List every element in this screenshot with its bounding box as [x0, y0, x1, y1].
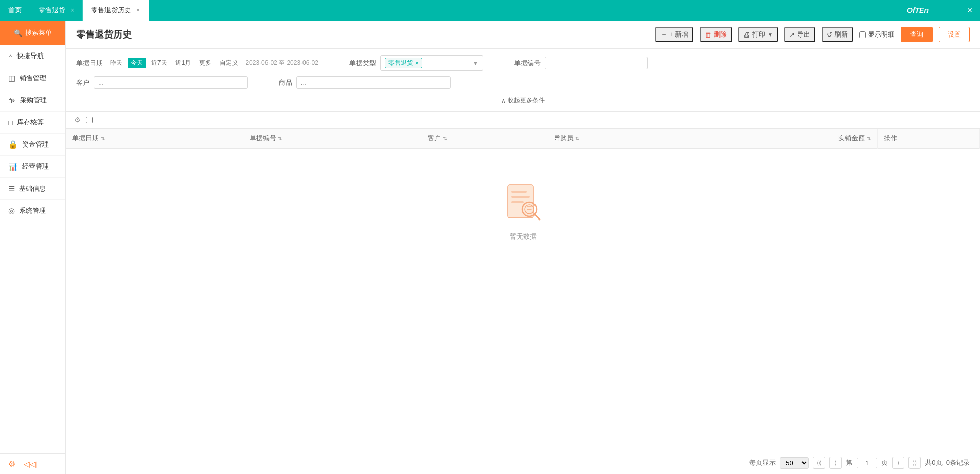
tab-home[interactable]: 首页 [0, 0, 30, 21]
sidebar-search-label: 搜索菜单 [25, 28, 52, 38]
basic-info-icon: ☰ [8, 184, 15, 193]
refresh-label: 刷新 [834, 30, 848, 39]
date-btn-today[interactable]: 今天 [128, 58, 146, 68]
table-select-all-checkbox[interactable] [86, 117, 93, 123]
purchase-icon: 🛍 [8, 96, 16, 105]
col-customer[interactable]: 客户 ⇅ [421, 129, 547, 149]
svg-rect-1 [511, 191, 527, 193]
filter-doctype-select[interactable]: 零售退货 × ▼ [380, 55, 483, 71]
operations-icon: 📊 [8, 162, 18, 171]
sidebar-bottom: ⚙ ◁◁ [0, 453, 65, 474]
sidebar-item-operations[interactable]: 📊 经营管理 [0, 156, 65, 178]
audio-bottom-icon[interactable]: ◁◁ [24, 459, 36, 469]
col-no[interactable]: 单据编号 ⇅ [243, 129, 421, 149]
show-detail-label: 显示明细 [868, 30, 895, 39]
filter-docno-label: 单据编号 [514, 59, 541, 68]
date-btn-1month[interactable]: 近1月 [172, 58, 194, 68]
sidebar-item-sys-mgmt-label: 系统管理 [19, 206, 46, 215]
sidebar-item-purchase-mgmt[interactable]: 🛍 采购管理 [0, 89, 65, 112]
filter-doctype-tag-label: 零售退货 [388, 59, 413, 67]
col-date[interactable]: 单据日期 ⇅ [66, 129, 243, 149]
first-page-button[interactable]: ⟨⟨ [813, 457, 825, 469]
tab-retail-return-history-close[interactable]: × [136, 7, 140, 14]
sidebar-item-quick-nav-label: 快捷导航 [17, 51, 44, 61]
next-page-button[interactable]: ⟩ [892, 457, 904, 469]
sidebar-item-sys-mgmt[interactable]: ◎ 系统管理 [0, 200, 65, 222]
col-amount[interactable]: 实销金额 ⇅ [699, 129, 877, 149]
sales-icon: ◫ [8, 74, 15, 83]
empty-text: 暂无数据 [510, 232, 537, 241]
col-no-sort[interactable]: ⇅ [278, 136, 282, 141]
query-button[interactable]: 查询 [901, 27, 933, 42]
settings-button[interactable]: 设置 [939, 27, 970, 42]
tab-list: 首页 零售退货 × 零售退货历史 × OfTEn [0, 0, 959, 21]
filter-customer-item: 客户 [76, 76, 248, 89]
new-button[interactable]: ＋ + 新增 [655, 27, 693, 42]
delete-icon: 🗑 [705, 31, 711, 39]
tab-retail-return-close[interactable]: × [70, 7, 74, 14]
tab-retail-return-label: 零售退货 [39, 6, 65, 15]
sidebar-item-quick-nav[interactable]: ⌂ 快捷导航 [0, 45, 65, 67]
inventory-icon: □ [8, 118, 13, 127]
sidebar-search[interactable]: 🔍 搜索菜单 [0, 21, 65, 45]
show-detail-checkbox[interactable] [859, 31, 866, 38]
col-amount-label: 实销金额 [838, 134, 865, 142]
col-date-sort[interactable]: ⇅ [101, 136, 105, 141]
export-button[interactable]: ↗ 导出 [784, 27, 815, 42]
prev-page-button[interactable]: ⟨ [829, 457, 842, 469]
date-btn-more[interactable]: 更多 [196, 58, 215, 68]
header-actions: ＋ + 新增 🗑 删除 🖨 打印 ▼ ↗ 导出 ↺ [655, 27, 970, 42]
sidebar-item-finance[interactable]: 🔒 资金管理 [0, 134, 65, 156]
page-size-select[interactable]: 10 20 50 100 [780, 457, 809, 469]
content-area: 零售退货历史 ＋ + 新增 🗑 删除 🖨 打印 ▼ ↗ 导出 [66, 21, 980, 474]
col-guide[interactable]: 导购员 ⇅ [547, 129, 699, 149]
window-close-button[interactable]: × [959, 0, 980, 21]
col-customer-label: 客户 [427, 134, 441, 142]
settings-bottom-icon[interactable]: ⚙ [8, 459, 15, 469]
date-btn-custom[interactable]: 自定义 [217, 58, 241, 68]
filter-collapse-bar[interactable]: ∧ 收起更多条件 [76, 94, 970, 105]
sidebar-item-operations-label: 经营管理 [22, 162, 49, 171]
svg-rect-2 [511, 196, 530, 198]
export-icon: ↗ [789, 31, 795, 39]
tab-retail-return-history-label: 零售退货历史 [91, 6, 131, 15]
home-icon: ⌂ [8, 52, 13, 61]
new-label: + 新增 [669, 30, 688, 39]
date-btn-7days[interactable]: 近7天 [148, 58, 170, 68]
page-suffix: 页 [881, 458, 888, 467]
last-page-button[interactable]: ⟩⟩ [908, 457, 921, 469]
tab-retail-return-history[interactable]: 零售退货历史 × [83, 0, 149, 21]
delete-button[interactable]: 🗑 删除 [700, 27, 732, 42]
filter-doctype-label: 单据类型 [349, 59, 376, 68]
table-header-row: 单据日期 ⇅ 单据编号 ⇅ 客户 ⇅ [66, 129, 980, 149]
tab-home-label: 首页 [8, 6, 22, 15]
sys-mgmt-icon: ◎ [8, 206, 15, 215]
sidebar-item-finance-label: 资金管理 [22, 140, 49, 149]
date-range-display: 2023-06-02 至 2023-06-02 [245, 59, 318, 67]
col-amount-sort[interactable]: ⇅ [867, 136, 871, 141]
sidebar-item-sales-mgmt[interactable]: ◫ 销售管理 [0, 67, 65, 89]
tab-retail-return[interactable]: 零售退货 × [30, 0, 83, 21]
col-guide-sort[interactable]: ⇅ [575, 136, 579, 141]
refresh-button[interactable]: ↺ 刷新 [822, 27, 853, 42]
table-settings-icon[interactable]: ⚙ [74, 116, 81, 124]
svg-rect-3 [511, 201, 524, 203]
print-button[interactable]: 🖨 打印 ▼ [738, 27, 778, 42]
sidebar-item-inventory[interactable]: □ 库存核算 [0, 112, 65, 134]
filter-doctype-tag-close[interactable]: × [415, 60, 419, 67]
total-info: 共0页, 0条记录 [925, 458, 970, 467]
filter-goods-input[interactable] [296, 76, 451, 89]
show-detail-checkbox-label[interactable]: 显示明细 [859, 30, 895, 39]
collapse-icon: ∧ [501, 97, 506, 104]
page-number-input[interactable] [857, 458, 877, 468]
filter-docno-item: 单据编号 [514, 57, 648, 69]
filter-goods-item: 商品 [279, 76, 451, 89]
table-area: ⚙ 单据日期 ⇅ 单据编号 ⇅ [66, 112, 980, 451]
col-customer-sort[interactable]: ⇅ [443, 136, 447, 141]
sidebar-item-basic-info[interactable]: ☰ 基础信息 [0, 178, 65, 200]
filter-docno-input[interactable] [545, 57, 648, 69]
filter-customer-input[interactable] [94, 76, 248, 89]
date-btn-yesterday[interactable]: 昨天 [107, 58, 126, 68]
filter-customer-label: 客户 [76, 78, 90, 87]
brand-label: OfTEn [907, 0, 959, 21]
